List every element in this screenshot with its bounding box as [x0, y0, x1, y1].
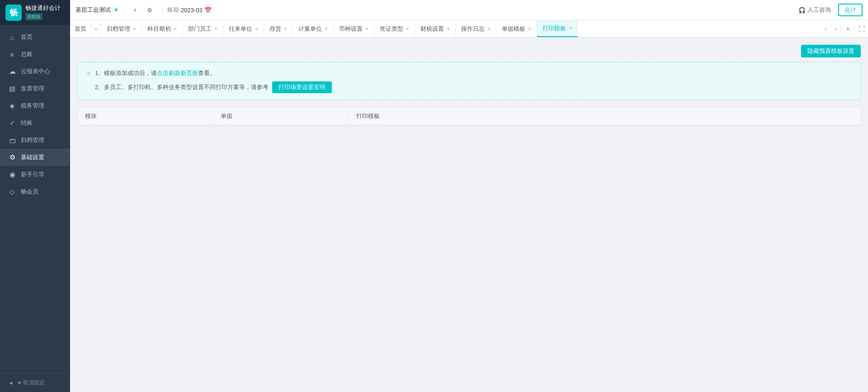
- tab-label: 归档管理: [107, 25, 130, 33]
- tab-label: 单据模板: [502, 25, 525, 33]
- reports-icon: ☁: [8, 67, 16, 76]
- tab-currency[interactable]: 币种设置 ×: [334, 20, 374, 37]
- sidebar-item-label: 总账: [21, 50, 33, 58]
- tab-print[interactable]: 打印模板 ×: [537, 20, 578, 37]
- sidebar-item-label: 归档管理: [21, 136, 44, 144]
- sidebar-item-invoice[interactable]: ▤ 发票管理: [0, 80, 70, 97]
- tab-label: 往来单位: [229, 25, 252, 33]
- close-icon: ×: [846, 25, 849, 33]
- tab-fullscreen-button[interactable]: ⛶: [854, 25, 868, 33]
- period-area: 账期 2023-03 📅: [167, 6, 212, 14]
- sidebar-item-home[interactable]: ⌂ 首页: [0, 28, 70, 46]
- tab-home[interactable]: 首页: [70, 20, 91, 37]
- tab-label: 凭证类型: [380, 25, 403, 33]
- print-scene-button[interactable]: 打印场景设置宣明: [272, 81, 332, 93]
- ledger-icon: ≡: [8, 51, 16, 58]
- gear-icon: ⚙: [147, 7, 152, 14]
- tab-oplog[interactable]: 操作日志 ×: [456, 20, 496, 37]
- tab-counterpart[interactable]: 往来单位 ×: [223, 20, 264, 37]
- top-bar-right: 🎧 人工咨询 会计: [795, 4, 863, 16]
- tab-close-icon[interactable]: ×: [284, 26, 287, 32]
- sidebar-unpin-button[interactable]: ◄ ◄ 取消固定: [0, 373, 70, 392]
- notice-box: ☀ 1、模板添加成功后，请点击刷新新页面查看。 ☀ 2、多员工、多打印机、多种业…: [77, 62, 861, 100]
- tab-receipt[interactable]: 单据模板 ×: [496, 20, 537, 37]
- period-label: 账期: [167, 6, 179, 14]
- calendar-icon[interactable]: 📅: [204, 7, 212, 14]
- tab-close-icon[interactable]: ×: [487, 26, 491, 32]
- tab-label: 科目期初: [147, 25, 171, 33]
- sidebar-item-archive[interactable]: 🗃 归档管理: [0, 132, 70, 149]
- sidebar-item-ledger[interactable]: ≡ 总账: [0, 46, 70, 63]
- chevron-left-small-icon: ‹: [825, 25, 826, 32]
- settings-button[interactable]: ⚙: [143, 5, 158, 15]
- tab-measure[interactable]: 计量单位 ×: [293, 20, 334, 37]
- sidebar-item-label: 税务管理: [21, 102, 44, 110]
- org-name: 基层工会测试: [75, 6, 111, 14]
- tab-close-icon[interactable]: ×: [406, 26, 409, 32]
- tab-archive[interactable]: 归档管理 ×: [101, 20, 142, 37]
- tab-label: 财税设置: [420, 25, 444, 33]
- top-bar: 基层工会测试 ▼ ＋ ⚙ 账期 2023-03 📅 🎧 人工咨询 会计: [70, 0, 868, 20]
- member-icon: ◇: [8, 188, 16, 196]
- fullscreen-icon: ⛶: [859, 25, 865, 33]
- tab-dept[interactable]: 部门员工 ×: [183, 20, 223, 37]
- tab-close-icon[interactable]: ×: [325, 26, 328, 32]
- sidebar-item-guide[interactable]: ◉ 新手引导: [0, 166, 70, 183]
- divider-2: [162, 5, 163, 14]
- sidebar-item-reports[interactable]: ☁ 云报表中心: [0, 63, 70, 80]
- tab-label: 计量单位: [298, 25, 322, 33]
- tab-label: 打印模板: [542, 24, 566, 33]
- tab-subject[interactable]: 科目期初 ×: [142, 20, 183, 37]
- archive-icon: 🗃: [8, 137, 16, 144]
- org-selector[interactable]: 基层工会测试 ▼: [75, 6, 119, 14]
- notice-text-2: 2、多员工、多打印机、多种业务类型设置不同打印方案等，请参考 打印场景设置宣明: [95, 81, 332, 93]
- tab-prev-button[interactable]: ‹: [91, 20, 101, 37]
- account-button[interactable]: 会计: [838, 4, 863, 16]
- sidebar-item-label: 畅会员: [21, 188, 38, 196]
- period-value: 2023-03: [181, 7, 203, 14]
- tab-scroll-right-button[interactable]: ›: [831, 25, 841, 32]
- logo-area: 畅 畅捷通好会计 旗舰版: [0, 0, 70, 25]
- sidebar-item-tax[interactable]: ◈ 税务管理: [0, 97, 70, 114]
- sidebar-item-label: 首页: [21, 33, 33, 41]
- data-table: 模块 单据 打印模板: [77, 107, 861, 126]
- sidebar: 畅 畅捷通好会计 旗舰版 ⌂ 首页 ≡ 总账 ☁ 云报表中心 ▤ 发票管理 ◈ …: [0, 0, 70, 392]
- tab-close-icon[interactable]: ×: [214, 26, 217, 32]
- sidebar-item-settle[interactable]: ✓ 结账: [0, 114, 70, 132]
- tab-tax-setting[interactable]: 财税设置 ×: [415, 20, 456, 37]
- unpin-label: ◄ 取消固定: [16, 379, 45, 387]
- headset-icon: 🎧: [798, 7, 806, 14]
- sidebar-item-label: 基础设置: [21, 153, 44, 161]
- tax-icon: ◈: [8, 102, 16, 110]
- sidebar-nav: ⌂ 首页 ≡ 总账 ☁ 云报表中心 ▤ 发票管理 ◈ 税务管理 ✓ 结账 🗃 归…: [0, 25, 70, 373]
- sidebar-item-member[interactable]: ◇ 畅会员: [0, 183, 70, 200]
- tab-close-icon[interactable]: ×: [569, 26, 572, 31]
- sidebar-item-settings[interactable]: ⚙ 基础设置: [0, 149, 70, 166]
- notice-text-1: 1、模板添加成功后，请点击刷新新页面查看。: [95, 69, 216, 78]
- tab-label: 币种设置: [339, 25, 363, 33]
- support-button[interactable]: 🎧 人工咨询: [795, 4, 835, 16]
- tab-close-all-button[interactable]: ×: [841, 25, 854, 33]
- add-tab-button[interactable]: ＋: [128, 4, 143, 16]
- tab-scroll-left-button[interactable]: ‹: [821, 25, 831, 32]
- sidebar-item-label: 新手引导: [21, 170, 44, 179]
- refresh-link[interactable]: 点击刷新新页面: [157, 70, 198, 76]
- tab-actions: ‹ › × ⛶: [821, 25, 868, 33]
- tab-close-icon[interactable]: ×: [528, 26, 531, 32]
- tab-close-icon[interactable]: ×: [174, 26, 177, 32]
- org-dropdown-icon: ▼: [113, 7, 119, 13]
- tab-close-icon[interactable]: ×: [365, 26, 368, 32]
- sidebar-item-label: 发票管理: [21, 85, 44, 93]
- content-area: 隐藏预置模板设置 ☀ 1、模板添加成功后，请点击刷新新页面查看。 ☀ 2、多员工…: [70, 38, 868, 392]
- invoice-icon: ▤: [8, 85, 16, 93]
- chevron-left-icon: ‹: [95, 25, 97, 32]
- settings-icon: ⚙: [8, 153, 16, 161]
- tab-close-icon[interactable]: ×: [255, 26, 258, 32]
- hide-template-settings-button[interactable]: 隐藏预置模板设置: [801, 45, 861, 57]
- support-label: 人工咨询: [807, 6, 831, 14]
- tab-stock[interactable]: 存货 ×: [264, 20, 293, 37]
- tab-home-label: 首页: [75, 25, 86, 33]
- tab-close-icon[interactable]: ×: [447, 26, 450, 32]
- tab-close-icon[interactable]: ×: [133, 26, 136, 32]
- tab-voucher-type[interactable]: 凭证类型 ×: [374, 20, 415, 37]
